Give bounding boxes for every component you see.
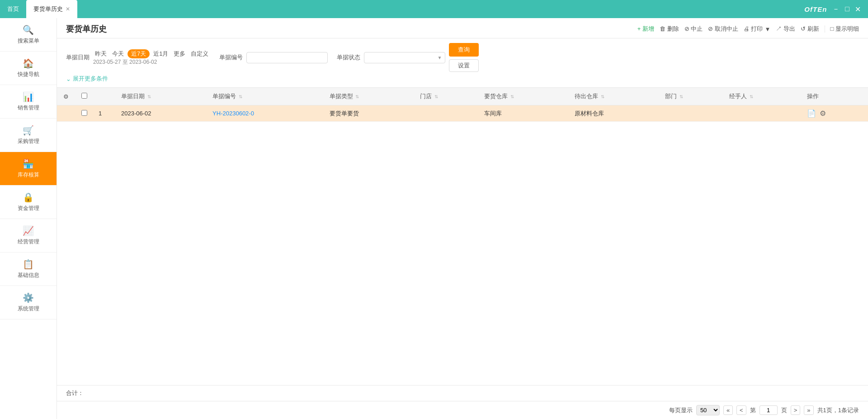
sidebar-item-sales[interactable]: 📊 销售管理 (0, 85, 57, 119)
th-date-label: 单据日期 (121, 93, 145, 100)
toolbar: + 新增 🗑 删除 ⊘ 中止 ⊘ 取消中止 🖨 打印 ▼ ↗ 导出 ↺ 刷新 □… (637, 25, 859, 33)
th-doc-no[interactable]: 单据编号 ⇅ (207, 88, 324, 105)
print-label: 🖨 打印 (744, 25, 763, 33)
inventory-icon: 🏪 (23, 158, 34, 169)
row-doc-no: YH-20230602-0 (207, 105, 324, 122)
prev-page-button[interactable]: < (736, 405, 746, 415)
delete-button[interactable]: 🗑 删除 (660, 25, 679, 33)
th-handler[interactable]: 经手人 ⇅ (724, 88, 801, 105)
setting-button[interactable]: 设置 (449, 59, 479, 72)
shortcut-7days[interactable]: 近7天 (127, 49, 150, 58)
row-handler (724, 105, 801, 122)
shortcut-yesterday[interactable]: 昨天 (93, 49, 108, 58)
status-select[interactable] (364, 52, 445, 63)
last-page-button[interactable]: » (804, 405, 813, 415)
th-doc-no-label: 单据编号 (212, 93, 236, 100)
export-button[interactable]: ↗ 导出 (776, 25, 795, 33)
tab-requisition-history-label: 要货单历史 (33, 5, 63, 13)
close-icon[interactable]: ✕ (855, 5, 861, 14)
purchase-icon: 🛒 (23, 125, 34, 136)
tab-home[interactable]: 首页 (0, 0, 26, 18)
brand-text: OfTEn (804, 5, 827, 13)
page-number-input[interactable]: 1 (760, 405, 778, 415)
first-page-button[interactable]: « (723, 405, 733, 415)
table-footer: 合计： (57, 385, 868, 401)
status-label: 单据状态 (337, 53, 360, 62)
th-checkbox (75, 88, 93, 105)
print-button[interactable]: 🖨 打印 ▼ (744, 25, 771, 33)
status-select-wrapper (364, 52, 445, 63)
sidebar-item-purchase[interactable]: 🛒 采购管理 (0, 119, 57, 152)
th-doc-type-label: 单据类型 (330, 93, 353, 100)
th-doc-type[interactable]: 单据类型 ⇅ (324, 88, 415, 105)
sidebar-item-operations[interactable]: 📈 经营管理 (0, 219, 57, 252)
sidebar-item-finance[interactable]: 🔒 资金管理 (0, 186, 57, 219)
data-table: ⚙ 单据日期 ⇅ 单据编号 ⇅ (57, 88, 868, 122)
page-jump-label: 第 (750, 406, 756, 414)
shortcut-custom[interactable]: 自定义 (189, 49, 210, 58)
th-dept[interactable]: 部门 ⇅ (660, 88, 724, 105)
expand-chevron-icon: ⌄ (66, 76, 71, 82)
date-shortcuts-row: 昨天 今天 近7天 近1月 更多 自定义 (93, 49, 210, 58)
next-page-button[interactable]: > (791, 405, 801, 415)
status-filter-group: 单据状态 (337, 52, 440, 63)
per-page-select[interactable]: 50 10 20 100 (696, 405, 720, 415)
shortcut-1month[interactable]: 近1月 (151, 49, 170, 58)
maximize-icon[interactable]: □ (845, 5, 849, 13)
sidebar-item-quick-nav[interactable]: 🏠 快捷导航 (0, 52, 57, 85)
sidebar-item-base-label: 基础信息 (18, 271, 39, 279)
stop-button[interactable]: ⊘ 中止 (684, 25, 703, 33)
top-bar: 首页 要货单历史 ✕ OfTEn － □ ✕ (0, 0, 868, 18)
tab-close-icon[interactable]: ✕ (66, 6, 70, 12)
main-layout: 🔍 搜索菜单 🏠 快捷导航 📊 销售管理 🛒 采购管理 🏪 库存核算 🔒 资金管… (0, 18, 868, 419)
th-actions: 操作 (802, 88, 868, 105)
row-select-checkbox[interactable] (81, 110, 87, 116)
select-all-checkbox[interactable] (81, 93, 87, 99)
sidebar-item-base[interactable]: 📋 基础信息 (0, 252, 57, 286)
query-button[interactable]: 查询 (449, 43, 479, 57)
th-store-label: 门店 (420, 93, 432, 100)
row-doc-no-link[interactable]: YH-20230602-0 (212, 110, 254, 117)
doc-no-input[interactable] (246, 52, 328, 63)
shortcut-more[interactable]: 更多 (172, 49, 187, 58)
finance-icon: 🔒 (23, 192, 34, 203)
sidebar-item-quick-nav-label: 快捷导航 (18, 71, 39, 78)
new-button[interactable]: + 新增 (637, 25, 654, 33)
th-store[interactable]: 门店 ⇅ (415, 88, 479, 105)
date-filter-group: 单据日期 昨天 今天 近7天 近1月 更多 自定义 2023-05-27 至 2… (66, 49, 210, 66)
sidebar-item-finance-label: 资金管理 (18, 205, 39, 212)
row-pending-warehouse: 原材料仓库 (569, 105, 660, 122)
sidebar-item-system[interactable]: ⚙️ 系统管理 (0, 286, 57, 319)
tab-requisition-history[interactable]: 要货单历史 ✕ (26, 0, 77, 18)
th-pending-warehouse[interactable]: 待出仓库 ⇅ (569, 88, 660, 105)
toolbar-divider (825, 25, 825, 33)
sidebar-item-search[interactable]: 🔍 搜索菜单 (0, 18, 57, 52)
top-bar-right: OfTEn － □ ✕ (797, 5, 868, 14)
row-doc-type-value: 要货单要货 (330, 110, 359, 117)
sort-doc-no-icon: ⇅ (239, 94, 242, 99)
expand-more-button[interactable]: ⌄ 展开更多条件 (66, 75, 859, 83)
row-date: 2023-06-02 (116, 105, 207, 122)
th-date[interactable]: 单据日期 ⇅ (116, 88, 207, 105)
refresh-button[interactable]: ↺ 刷新 (801, 25, 819, 33)
th-req-warehouse-label: 要货仓库 (484, 93, 508, 100)
shortcut-today[interactable]: 今天 (110, 49, 126, 58)
doc-no-filter-group: 单据编号 (219, 52, 328, 63)
print-chevron-icon: ▼ (764, 26, 770, 33)
sidebar-item-inventory[interactable]: 🏪 库存核算 (0, 152, 57, 186)
cancel-stop-button[interactable]: ⊘ 取消中止 (708, 25, 738, 33)
per-page-label: 每页显示 (669, 406, 693, 414)
row-edit-icon[interactable]: 📄 (807, 109, 816, 118)
th-req-warehouse[interactable]: 要货仓库 ⇅ (479, 88, 569, 105)
th-dept-label: 部门 (665, 93, 677, 100)
filter-row: 单据日期 昨天 今天 近7天 近1月 更多 自定义 2023-05-27 至 2… (66, 43, 859, 72)
row-more-icon[interactable]: ⚙ (820, 109, 826, 118)
row-pending-warehouse-value: 原材料仓库 (575, 110, 604, 117)
table-container: ⚙ 单据日期 ⇅ 单据编号 ⇅ (57, 88, 868, 385)
minimize-icon[interactable]: － (832, 5, 840, 14)
sort-store-icon: ⇅ (434, 94, 438, 99)
content-area: 要货单历史 + 新增 🗑 删除 ⊘ 中止 ⊘ 取消中止 🖨 打印 ▼ ↗ 导出 … (57, 18, 868, 419)
th-settings[interactable]: ⚙ (57, 88, 75, 105)
sidebar-item-system-label: 系统管理 (18, 305, 39, 313)
show-detail-button[interactable]: □ 显示明细 (830, 25, 859, 33)
